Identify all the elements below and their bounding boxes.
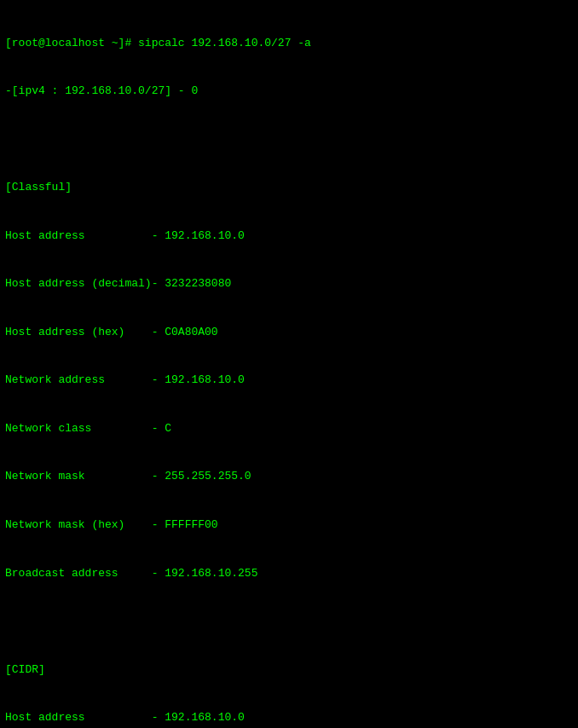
classful-line-1: Host address (decimal)- 3232238080: [5, 276, 573, 292]
cidr-line-0: Host address - 192.168.10.0: [5, 710, 573, 726]
blank1: [5, 132, 573, 148]
classful-header: [Classful]: [5, 180, 573, 196]
ipv4-line: -[ipv4 : 192.168.10.0/27] - 0: [5, 84, 573, 100]
terminal: [root@localhost ~]# sipcalc 192.168.10.0…: [5, 3, 573, 728]
classful-line-5: Network mask - 255.255.255.0: [5, 469, 573, 485]
classful-line-7: Broadcast address - 192.168.10.255: [5, 566, 573, 582]
classful-line-2: Host address (hex) - C0A80A00: [5, 325, 573, 341]
prompt-line: [root@localhost ~]# sipcalc 192.168.10.0…: [5, 36, 573, 52]
classful-line-6: Network mask (hex) - FFFFFF00: [5, 517, 573, 534]
classful-line-0: Host address - 192.168.10.0: [5, 228, 573, 245]
blank2: [5, 614, 573, 630]
cidr-header: [CIDR]: [5, 662, 573, 679]
classful-line-3: Network address - 192.168.10.0: [5, 373, 573, 389]
classful-line-4: Network class - C: [5, 421, 573, 437]
